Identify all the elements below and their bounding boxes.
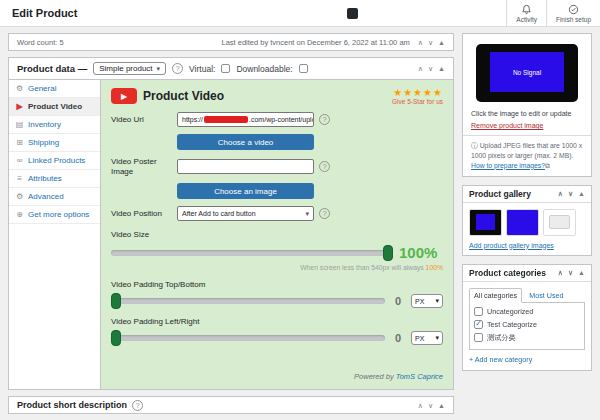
video-icon: ▶ xyxy=(15,102,24,111)
add-new-category-link[interactable]: + Add new category xyxy=(469,355,532,364)
external-link-icon: ⧉ xyxy=(545,162,550,169)
app-icon[interactable] xyxy=(347,8,358,19)
padding-lr-slider[interactable] xyxy=(111,335,385,341)
video-position-select[interactable]: After Add to card button ▾ xyxy=(177,206,314,221)
product-type-select[interactable]: Simple product ▾ xyxy=(93,62,166,75)
rating-block[interactable]: ★★★★★ Give 5-Star for us xyxy=(392,88,443,105)
slider-handle[interactable] xyxy=(111,293,121,309)
tab-attributes[interactable]: ≡ Attributes xyxy=(9,170,100,188)
downloadable-checkbox[interactable] xyxy=(299,64,308,73)
category-label: 测试分类 xyxy=(487,333,516,343)
tab-most-used[interactable]: Most Used xyxy=(529,291,563,303)
panel-controls: ∧ ∨ ▲ xyxy=(558,269,585,276)
poster-input[interactable] xyxy=(177,159,314,174)
product-image[interactable]: No Signal xyxy=(463,34,591,108)
tab-label: Advanced xyxy=(28,192,64,201)
panel-controls: ∧ ∨ ▲ xyxy=(418,402,445,409)
slider-handle[interactable] xyxy=(111,330,121,346)
choose-video-button[interactable]: Choose a video xyxy=(177,134,314,150)
unit-value: PX xyxy=(415,298,424,305)
video-url-label: Video Url xyxy=(111,115,177,125)
tab-inventory[interactable]: ▤ Inventory xyxy=(9,116,100,134)
page-title: Edit Product xyxy=(12,7,77,19)
size-note-highlight: 100% xyxy=(426,264,443,271)
powered-by-brand[interactable]: TomS Caprice xyxy=(396,372,443,381)
right-sidebar: No Signal Click the image to edit or upd… xyxy=(462,33,592,414)
move-down-icon[interactable]: ∨ xyxy=(568,269,573,276)
move-down-icon[interactable]: ∨ xyxy=(428,65,433,72)
move-up-icon[interactable]: ∧ xyxy=(558,190,563,197)
powered-by: Powered by TomS Caprice xyxy=(111,366,443,381)
inventory-icon: ▤ xyxy=(15,120,24,129)
product-data-tabs: ⚙ General ▶ Product Video ▤ Inventory xyxy=(9,80,101,389)
virtual-checkbox[interactable] xyxy=(221,64,230,73)
choose-image-button[interactable]: Choose an image xyxy=(177,183,314,199)
position-row: Video Position After Add to card button … xyxy=(111,206,443,221)
unit-value: PX xyxy=(415,335,424,342)
slider-handle[interactable] xyxy=(383,245,393,261)
move-up-icon[interactable]: ∧ xyxy=(418,39,423,46)
padding-tb-label: Video Padding Top/Bottom xyxy=(111,280,443,289)
tab-product-video[interactable]: ▶ Product Video xyxy=(9,98,100,116)
help-icon[interactable]: ? xyxy=(172,63,183,74)
tab-shipping[interactable]: ⊞ Shipping xyxy=(9,134,100,152)
plus-icon: ⊕ xyxy=(15,210,24,219)
prepare-images-link[interactable]: How to prepare images? xyxy=(471,162,545,169)
toggle-panel-icon[interactable]: ▲ xyxy=(438,65,445,72)
tab-advanced[interactable]: ⚙ Advanced xyxy=(9,188,100,206)
tab-general[interactable]: ⚙ General xyxy=(9,80,100,98)
play-icon: ▶ xyxy=(111,88,137,104)
toggle-panel-icon[interactable]: ▲ xyxy=(578,269,585,276)
move-down-icon[interactable]: ∨ xyxy=(428,39,433,46)
size-slider[interactable] xyxy=(111,250,393,256)
toggle-panel-icon[interactable]: ▲ xyxy=(438,39,445,46)
help-icon[interactable]: ? xyxy=(132,400,143,411)
product-categories-body: All categories Most Used Uncategorized ✓… xyxy=(463,282,591,370)
main-content: Word count: 5 Last edited by tvncent on … xyxy=(0,27,600,420)
category-list[interactable]: Uncategorized ✓ Test Categorize 测试分类 xyxy=(469,302,585,350)
tab-label: Get more options xyxy=(28,210,89,219)
attributes-icon: ≡ xyxy=(15,174,24,183)
remove-product-image-link[interactable]: Remove product image xyxy=(463,120,551,135)
position-value: After Add to card button xyxy=(182,210,256,217)
tab-linked-products[interactable]: ∞ Linked Products xyxy=(9,152,100,170)
help-icon[interactable]: ? xyxy=(319,161,330,172)
product-data-title: Product data — xyxy=(17,63,87,74)
category-checkbox[interactable]: ✓ xyxy=(474,320,483,329)
activity-button[interactable]: Activity xyxy=(506,0,546,26)
gallery-thumbnail[interactable] xyxy=(506,209,539,236)
help-icon[interactable]: ? xyxy=(319,208,330,219)
move-up-icon[interactable]: ∧ xyxy=(418,65,423,72)
toggle-panel-icon[interactable]: ▲ xyxy=(438,402,445,409)
no-signal-screen: No Signal xyxy=(490,52,564,92)
info-icon: ⓘ xyxy=(471,142,478,149)
check-circle-icon xyxy=(568,4,579,15)
size-label: Video Size xyxy=(111,230,443,239)
tab-label: General xyxy=(28,84,56,93)
padding-lr-unit-select[interactable]: PX ▾ xyxy=(411,331,443,345)
tab-all-categories[interactable]: All categories xyxy=(469,288,522,303)
padding-tb-unit-select[interactable]: PX ▾ xyxy=(411,294,443,308)
gallery-thumbnails xyxy=(463,203,591,238)
finish-setup-button[interactable]: Finish setup xyxy=(546,0,600,26)
five-stars-icon[interactable]: ★★★★★ xyxy=(392,88,443,98)
chevron-down-icon: ▾ xyxy=(305,210,309,218)
add-gallery-images-link[interactable]: Add product gallery images xyxy=(463,238,560,255)
gallery-thumbnail[interactable] xyxy=(543,209,576,236)
category-checkbox[interactable] xyxy=(474,333,483,342)
move-up-icon[interactable]: ∧ xyxy=(558,269,563,276)
category-checkbox[interactable] xyxy=(474,307,483,316)
gallery-thumbnail[interactable] xyxy=(469,209,502,236)
video-url-input[interactable]: https:// .com/wp-content/uploads/... xyxy=(177,112,314,127)
padding-tb-slider[interactable] xyxy=(111,298,385,304)
powered-by-prefix: Powered by xyxy=(354,372,396,381)
move-down-icon[interactable]: ∨ xyxy=(428,402,433,409)
toggle-panel-icon[interactable]: ▲ xyxy=(578,190,585,197)
bell-icon xyxy=(521,4,532,15)
move-down-icon[interactable]: ∨ xyxy=(568,190,573,197)
truck-icon: ⊞ xyxy=(15,138,24,147)
editor-statusbar: Word count: 5 Last edited by tvncent on … xyxy=(8,33,454,51)
tab-get-more-options[interactable]: ⊕ Get more options xyxy=(9,206,100,224)
help-icon[interactable]: ? xyxy=(319,114,330,125)
move-up-icon[interactable]: ∧ xyxy=(418,402,423,409)
